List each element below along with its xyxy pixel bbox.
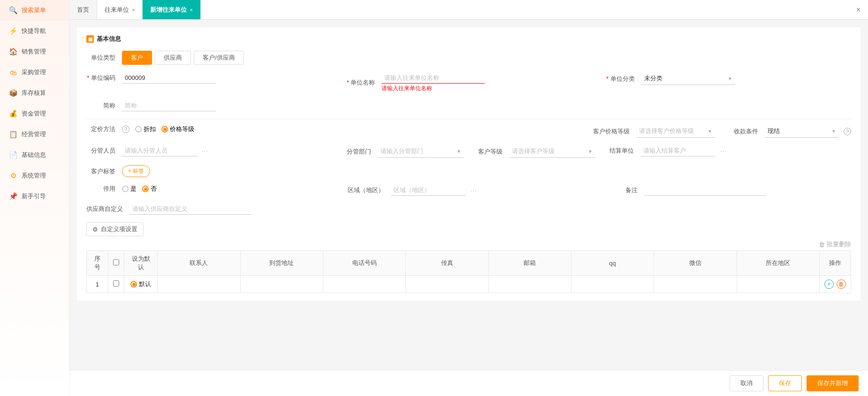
add-row-button[interactable]: + — [824, 280, 834, 289]
unit-code-label: 单位编码 — [86, 74, 119, 82]
region-field: 区域（地区） ··· — [348, 185, 590, 196]
unit-type-field: 单位类型 客户 供应商 客户/供应商 — [86, 51, 851, 65]
sidebar-item-label: 库存核算 — [22, 89, 46, 97]
tab-new-partner[interactable]: 新增往来单位 × — [143, 0, 200, 19]
batch-delete-button[interactable]: 🗑 批量删除 — [819, 240, 851, 248]
unit-name-input[interactable] — [381, 72, 485, 84]
unit-name-error: 请输入往来单位名称 — [381, 85, 591, 93]
settlement-unit-label: 结算单位 — [605, 147, 638, 155]
custom-settings-label: 自定义项设置 — [101, 225, 137, 233]
delete-row-button[interactable]: 🗑 — [837, 280, 846, 289]
radio-no[interactable]: 否 — [142, 185, 157, 193]
radio-yes-circle — [122, 186, 129, 192]
email-input[interactable] — [494, 281, 566, 288]
cell-region[interactable] — [737, 276, 819, 293]
system-icon: ⚙ — [8, 171, 18, 180]
section-title: ▣ 基本信息 — [86, 35, 851, 43]
customer-level-select[interactable]: 请选择客户等级 ▼ — [509, 145, 595, 158]
payment-terms-help-icon[interactable]: ? — [844, 128, 851, 135]
supplier-custom-label: 供应商自定义 — [86, 205, 127, 213]
unit-category-label: 单位分类 — [606, 75, 639, 83]
disable-field: 停用 是 否 — [86, 185, 329, 193]
cell-fax[interactable] — [406, 276, 488, 293]
region-label: 区域（地区） — [348, 186, 388, 194]
row-checkbox[interactable] — [113, 280, 119, 287]
batch-delete-area: 🗑 批量删除 — [86, 240, 851, 248]
radio-price-level[interactable]: 价格等级 — [161, 125, 194, 133]
sidebar-item-inventory[interactable]: 📦 库存核算 — [0, 83, 69, 103]
sidebar-item-basic[interactable]: 📄 基础信息 — [0, 145, 69, 165]
cell-phone[interactable] — [323, 276, 405, 293]
customer-price-level-chevron: ▼ — [708, 129, 712, 134]
add-tag-button[interactable]: + 标签 — [122, 165, 150, 177]
save-and-new-button[interactable]: 保存并新增 — [807, 375, 859, 391]
pricing-help-icon[interactable]: ? — [122, 125, 129, 133]
settlement-unit-input[interactable] — [640, 145, 716, 156]
cancel-button[interactable]: 取消 — [730, 375, 763, 391]
section-title-text: 基本信息 — [97, 35, 121, 43]
cell-address[interactable] — [240, 276, 323, 293]
sidebar-item-purchase[interactable]: 🛍 采购管理 — [0, 62, 69, 83]
address-input[interactable] — [245, 281, 318, 288]
settlement-unit-field: 结算单位 ··· — [605, 145, 851, 156]
sidebar-item-label: 系统管理 — [22, 171, 46, 180]
radio-discount[interactable]: 折扣 — [135, 125, 156, 133]
fax-input[interactable] — [411, 281, 483, 288]
disable-row: 停用 是 否 区域（地区） ··· — [86, 185, 851, 196]
tab-bar: 首页 往来单位 × 新增往来单位 × × — [69, 0, 868, 20]
region-input[interactable] — [391, 185, 466, 196]
col-phone: 电话号码 — [323, 251, 405, 276]
remark-input[interactable] — [644, 185, 766, 196]
sidebar-item-operations[interactable]: 📋 经营管理 — [0, 124, 69, 145]
radio-no-circle — [142, 186, 149, 192]
unit-code-input[interactable] — [122, 72, 216, 84]
pricing-radio-group: 折扣 价格等级 — [135, 125, 194, 133]
unit-code-field: 单位编码 — [86, 72, 332, 84]
tab-partners-label: 往来单位 — [105, 6, 129, 14]
wechat-input[interactable] — [659, 281, 731, 288]
sidebar-item-quick-nav[interactable]: ⚡ 快捷导航 — [0, 21, 69, 41]
table-region-input[interactable] — [742, 281, 815, 288]
unit-type-row: 单位类型 客户 供应商 客户/供应商 — [86, 51, 851, 65]
tab-partners-close[interactable]: × — [132, 7, 135, 13]
unit-category-select[interactable]: 未分类 ▼ — [641, 72, 735, 85]
radio-yes[interactable]: 是 — [122, 185, 137, 193]
select-all-checkbox[interactable] — [113, 259, 119, 265]
save-button[interactable]: 保存 — [768, 375, 802, 391]
window-close-button[interactable]: × — [849, 6, 868, 14]
phone-input[interactable] — [328, 281, 401, 288]
sidebar-item-search[interactable]: 🔍 搜索菜单 — [0, 0, 69, 21]
tab-partners[interactable]: 往来单位 × — [97, 0, 143, 19]
tab-new-partner-close[interactable]: × — [190, 7, 192, 13]
type-btn-both[interactable]: 客户/供应商 — [194, 51, 244, 65]
manager-more-icon[interactable]: ··· — [200, 148, 210, 155]
sidebar-item-system[interactable]: ⚙ 系统管理 — [0, 165, 69, 186]
manager-label: 分管人员 — [86, 147, 119, 155]
form-footer: 取消 保存 保存并新增 — [69, 370, 868, 396]
sidebar-item-sales[interactable]: 🏠 销售管理 — [0, 41, 69, 62]
customer-price-level-field: 客户价格等级 请选择客户价格等级 ▼ — [593, 125, 715, 138]
manager-input[interactable] — [122, 145, 197, 156]
short-name-input[interactable] — [122, 100, 216, 111]
supplier-custom-input[interactable] — [129, 203, 251, 215]
sidebar-item-finance[interactable]: 💰 资金管理 — [0, 103, 69, 124]
contact-input[interactable] — [162, 281, 235, 288]
region-more-icon[interactable]: ··· — [469, 187, 479, 194]
col-seq: 序号 — [87, 251, 108, 276]
unit-category-field: 单位分类 未分类 ▼ — [606, 72, 851, 85]
type-btn-supplier[interactable]: 供应商 — [155, 51, 191, 65]
sidebar-item-newbie[interactable]: 📌 新手引导 — [0, 186, 69, 207]
cell-qq[interactable] — [571, 276, 654, 293]
cell-contact[interactable] — [158, 276, 240, 293]
tab-home[interactable]: 首页 — [69, 0, 97, 19]
department-select[interactable]: 请输入分管部门 ▼ — [378, 145, 464, 158]
payment-terms-select[interactable]: 现结 ▼ — [765, 125, 839, 138]
cell-wechat[interactable] — [654, 276, 737, 293]
customer-price-level-select[interactable]: 请选择客户价格等级 ▼ — [636, 125, 715, 138]
qq-input[interactable] — [576, 281, 649, 288]
default-radio[interactable]: 默认 — [129, 280, 152, 288]
type-btn-customer[interactable]: 客户 — [122, 51, 152, 65]
custom-settings-button[interactable]: ⚙ 自定义项设置 — [86, 222, 144, 236]
settlement-more-icon[interactable]: ··· — [718, 148, 729, 155]
cell-email[interactable] — [488, 276, 571, 293]
